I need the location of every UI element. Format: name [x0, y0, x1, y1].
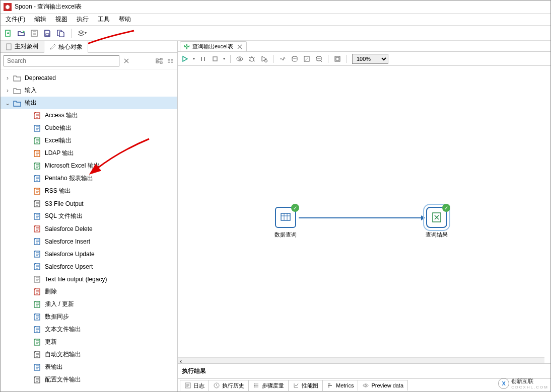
show-results-icon[interactable]: [333, 55, 341, 63]
tree-output-item[interactable]: Salesforce Update: [23, 248, 177, 260]
explore-icon[interactable]: [30, 29, 39, 38]
menu-view[interactable]: 视图: [54, 14, 68, 25]
menu-file[interactable]: 文件(F): [5, 14, 26, 25]
horizontal-scrollbar[interactable]: ‹: [178, 357, 544, 363]
step-icon: [33, 313, 42, 321]
step-icon: [33, 288, 42, 296]
debug-icon[interactable]: [248, 55, 256, 63]
tree-deprecated[interactable]: › Deprecated: [1, 71, 177, 84]
tree-output-item[interactable]: 数据同步: [23, 310, 177, 323]
menu-tools[interactable]: 工具: [97, 14, 111, 25]
tree-output-item[interactable]: 文本文件输出: [23, 323, 177, 336]
run-icon[interactable]: [181, 55, 189, 63]
titlebar: Spoon - 查询输出excel表: [1, 1, 550, 14]
tree-output-item[interactable]: 自动文档输出: [23, 348, 177, 361]
impact-icon[interactable]: [291, 55, 299, 63]
tab-main-tree[interactable]: 主对象树: [1, 41, 44, 52]
chevron-down-icon[interactable]: ⌄: [4, 100, 12, 107]
tree-output-item[interactable]: Cube输出: [23, 122, 177, 134]
tree-label: 输入: [25, 86, 37, 95]
tree-item-label: Text file output (legacy): [45, 276, 107, 283]
tree-output-item[interactable]: Pentaho 报表输出: [23, 172, 177, 185]
check-icon: ✓: [442, 204, 450, 212]
tree-output-item[interactable]: Microsoft Excel 输出: [23, 160, 177, 172]
step-icon: [33, 212, 42, 220]
clear-search-icon[interactable]: [122, 57, 130, 65]
step-icon: [33, 300, 42, 308]
chevron-right-icon[interactable]: ›: [4, 87, 12, 94]
tab-core-objects[interactable]: 核心对象: [44, 41, 88, 53]
stop-icon[interactable]: [211, 55, 219, 63]
menu-edit[interactable]: 编辑: [33, 14, 47, 25]
tree-output-item[interactable]: 插入 / 更新: [23, 298, 177, 310]
tree-item-label: 更新: [45, 338, 57, 346]
tree-output-item[interactable]: LDAP 输出: [23, 147, 177, 160]
expand-all-icon[interactable]: [155, 57, 163, 65]
perspective-icon[interactable]: ▾: [78, 29, 87, 38]
preview-icon[interactable]: [236, 55, 244, 63]
new-file-icon[interactable]: [4, 29, 13, 38]
check-icon: ✓: [291, 204, 299, 212]
tree-input[interactable]: › 输入: [1, 84, 177, 97]
tree-output-item[interactable]: SQL 文件输出: [23, 210, 177, 222]
transformation-icon: [183, 43, 190, 50]
open-file-icon[interactable]: [17, 29, 26, 38]
step-icon: [33, 338, 42, 346]
tree-output-item[interactable]: Salesforce Upsert: [23, 260, 177, 273]
step-icon: [33, 124, 42, 132]
tree-output-item[interactable]: Salesforce Insert: [23, 235, 177, 248]
svg-point-51: [365, 385, 367, 386]
tree-item-label: RSS 输出: [45, 187, 71, 195]
save-icon[interactable]: [43, 29, 52, 38]
tree-output-item[interactable]: 配置文件输出: [23, 373, 177, 386]
tree-output-item[interactable]: Access 输出: [23, 109, 177, 122]
results-tab-history[interactable]: 执行历史: [209, 380, 249, 391]
hop[interactable]: [299, 217, 425, 218]
verify-icon[interactable]: [279, 55, 287, 63]
canvas[interactable]: ✓ 数据查询 ✓ 查询结果 ‹: [178, 66, 550, 363]
chevron-right-icon[interactable]: ›: [4, 74, 12, 82]
step-icon: [33, 238, 42, 246]
tree-output-item[interactable]: RSS 输出: [23, 185, 177, 197]
scroll-left-icon[interactable]: ‹: [178, 358, 184, 363]
search-input[interactable]: [4, 55, 119, 66]
results-tab-preview[interactable]: Preview data: [358, 380, 408, 390]
explore-db-icon[interactable]: [315, 55, 323, 63]
step-data-query[interactable]: ✓ 数据查询: [273, 207, 298, 239]
tree-label: Deprecated: [25, 74, 56, 82]
tree-output-item[interactable]: 更新: [23, 336, 177, 348]
tree-output-item[interactable]: 表输出: [23, 361, 177, 373]
close-tab-icon[interactable]: [237, 44, 242, 49]
tree-output-item[interactable]: Excel输出: [23, 134, 177, 147]
step-query-result[interactable]: ✓ 查询结果: [425, 207, 449, 239]
menu-run[interactable]: 执行: [76, 14, 90, 25]
replay-icon[interactable]: [260, 55, 268, 63]
save-as-icon[interactable]: [56, 29, 65, 38]
tree-output-item[interactable]: 删除: [23, 285, 177, 298]
editor-tab[interactable]: 查询输出excel表: [180, 41, 247, 51]
tree-output-item[interactable]: S3 File Output: [23, 197, 177, 210]
tree-output-item[interactable]: Text file output (legacy): [23, 273, 177, 285]
pause-icon[interactable]: [199, 55, 207, 63]
results-tab-perf[interactable]: 性能图: [288, 380, 323, 391]
svg-rect-39: [336, 57, 339, 60]
tree-item-label: S3 File Output: [45, 200, 84, 207]
svg-point-32: [239, 58, 241, 60]
results-tab-gantt[interactable]: Metrics: [322, 380, 358, 390]
results-tab-log[interactable]: 日志: [180, 380, 209, 391]
results-title: 执行结果: [178, 364, 550, 378]
tree-output-item[interactable]: Salesforce Delete: [23, 222, 177, 235]
step-icon: [33, 275, 42, 283]
tree-output[interactable]: ⌄ 输出: [1, 97, 177, 109]
stop-dropdown-icon[interactable]: ▾: [223, 56, 225, 61]
sql-icon[interactable]: [303, 55, 311, 63]
menu-help[interactable]: 帮助: [118, 14, 132, 25]
zoom-select[interactable]: 100%: [352, 54, 388, 64]
tree-item-label: Pentaho 报表输出: [45, 174, 93, 183]
results-panel: 执行结果 日志 执行历史 步骤度量 性能图 Metrics Preview da…: [178, 363, 550, 391]
collapse-all-icon[interactable]: [166, 57, 174, 65]
run-dropdown-icon[interactable]: ▾: [193, 56, 195, 61]
folder-icon: [13, 99, 22, 107]
run-toolbar: ▾ ▾ 100%: [178, 52, 550, 66]
results-tab-metrics[interactable]: 步骤度量: [248, 380, 289, 391]
